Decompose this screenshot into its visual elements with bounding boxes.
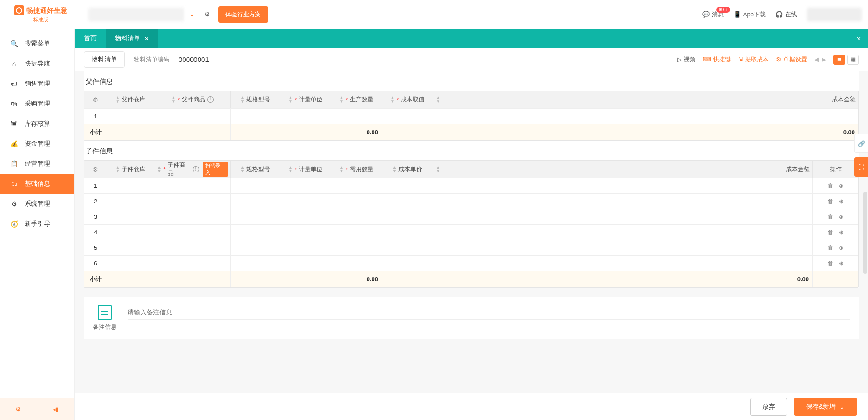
col-parent-unit[interactable]: ▲▼*计量单位: [280, 91, 331, 108]
col-parent-cost-mode[interactable]: ▲▼*成本取值: [382, 91, 433, 108]
sidebar-item-operations[interactable]: 📋经营管理: [0, 154, 74, 174]
doc-type-tab[interactable]: 物料清单: [84, 51, 125, 68]
cell-child-amount[interactable]: [433, 256, 813, 271]
collapse-sidebar-icon[interactable]: ◂▮: [52, 406, 59, 413]
child-row[interactable]: 1🗑⊕: [84, 178, 858, 193]
cell-child-warehouse[interactable]: [107, 225, 154, 240]
cell-child-amount[interactable]: [433, 178, 813, 193]
cell-child-qty[interactable]: [331, 240, 382, 255]
add-row-icon[interactable]: ⊕: [839, 198, 844, 205]
app-download-link[interactable]: 📱 App下载: [734, 10, 766, 19]
col-parent-warehouse[interactable]: ▲▼父件仓库: [107, 91, 154, 108]
cell-child-warehouse[interactable]: [107, 194, 154, 209]
cell-child-product[interactable]: [154, 256, 231, 271]
cell-child-warehouse[interactable]: [107, 240, 154, 255]
cell-child-amount[interactable]: [433, 209, 813, 224]
delete-row-icon[interactable]: 🗑: [827, 260, 833, 267]
cell-child-spec[interactable]: [231, 194, 280, 209]
add-row-icon[interactable]: ⊕: [839, 229, 844, 236]
cell-child-amount[interactable]: [433, 194, 813, 209]
close-all-tabs-icon[interactable]: ✕: [849, 29, 868, 48]
next-doc-icon[interactable]: ▶: [822, 56, 826, 63]
col-child-warehouse[interactable]: ▲▼子件仓库: [107, 161, 154, 178]
cell-child-spec[interactable]: [231, 225, 280, 240]
col-child-unit[interactable]: ▲▼*计量单位: [280, 161, 331, 178]
extract-cost-link[interactable]: ⇲提取成本: [738, 56, 769, 64]
sidebar-item-funds[interactable]: 💰资金管理: [0, 134, 74, 154]
chevron-down-icon[interactable]: ⌄: [189, 11, 194, 18]
parent-row[interactable]: 1: [84, 108, 858, 124]
cell-parent-amount[interactable]: [433, 109, 858, 124]
sidebar-item-guide[interactable]: 🧭新手引导: [0, 214, 74, 234]
cell-child-qty[interactable]: [331, 256, 382, 271]
col-parent-spec[interactable]: ▲▼规格型号: [231, 91, 280, 108]
col-parent-amount[interactable]: ▲▼成本金额: [433, 91, 858, 108]
sidebar-item-sales[interactable]: 🏷销售管理: [0, 74, 74, 94]
cell-child-unit[interactable]: [280, 256, 331, 271]
cell-child-unit[interactable]: [280, 240, 331, 255]
trial-industry-button[interactable]: 体验行业方案: [218, 6, 268, 23]
cell-child-qty[interactable]: [331, 178, 382, 193]
child-row[interactable]: 3🗑⊕: [84, 209, 858, 224]
cell-child-product[interactable]: [154, 178, 231, 193]
add-row-icon[interactable]: ⊕: [839, 260, 844, 267]
add-row-icon[interactable]: ⊕: [839, 244, 844, 251]
vertical-scrollbar[interactable]: [863, 192, 867, 274]
cell-parent-warehouse[interactable]: [107, 109, 154, 124]
cell-child-unit[interactable]: [280, 178, 331, 193]
cell-parent-spec[interactable]: [231, 109, 280, 124]
sidebar-item-inventory[interactable]: 🏛库存核算: [0, 114, 74, 134]
tab-home[interactable]: 首页: [75, 29, 106, 48]
cell-child-qty[interactable]: [331, 194, 382, 209]
cell-child-amount[interactable]: [433, 225, 813, 240]
cell-child-unit-cost[interactable]: [382, 225, 433, 240]
col-parent-qty[interactable]: ▲▼*生产数量: [331, 91, 382, 108]
sidebar-item-search-menu[interactable]: 🔍搜索菜单: [0, 34, 74, 54]
grid-settings-icon[interactable]: ⚙: [84, 161, 107, 178]
col-child-amount[interactable]: ▲▼成本金额: [433, 161, 813, 178]
delete-row-icon[interactable]: 🗑: [827, 229, 833, 236]
company-settings-icon[interactable]: ⚙: [204, 11, 210, 18]
info-icon[interactable]: !: [193, 166, 199, 172]
cell-child-qty[interactable]: [331, 209, 382, 224]
col-child-qty[interactable]: ▲▼*需用数量: [331, 161, 382, 178]
cell-child-unit-cost[interactable]: [382, 178, 433, 193]
remarks-input[interactable]: [128, 305, 850, 320]
expand-tab[interactable]: ⛶: [854, 157, 868, 177]
add-row-icon[interactable]: ⊕: [839, 182, 844, 189]
col-child-spec[interactable]: ▲▼规格型号: [231, 161, 280, 178]
list-view-button[interactable]: ≡: [833, 55, 845, 65]
cell-child-unit-cost[interactable]: [382, 209, 433, 224]
cell-parent-qty[interactable]: [331, 109, 382, 124]
sidebar-item-basic-info[interactable]: 🗂基础信息: [0, 174, 74, 194]
cell-child-unit-cost[interactable]: [382, 194, 433, 209]
attachment-tab[interactable]: 🔗: [854, 134, 868, 153]
cell-parent-cost-mode[interactable]: [382, 109, 433, 124]
cell-parent-unit[interactable]: [280, 109, 331, 124]
cell-child-product[interactable]: [154, 194, 231, 209]
cell-child-warehouse[interactable]: [107, 256, 154, 271]
cell-child-unit[interactable]: [280, 194, 331, 209]
add-row-icon[interactable]: ⊕: [839, 213, 844, 220]
child-row[interactable]: 2🗑⊕: [84, 193, 858, 209]
sidebar-item-system[interactable]: ⚙系统管理: [0, 194, 74, 214]
delete-row-icon[interactable]: 🗑: [827, 198, 833, 205]
card-view-button[interactable]: ▦: [847, 55, 859, 65]
cell-child-unit[interactable]: [280, 225, 331, 240]
messages-link[interactable]: 💬 消息 99 +: [702, 10, 724, 19]
cell-child-product[interactable]: [154, 240, 231, 255]
info-icon[interactable]: !: [207, 96, 214, 103]
child-row[interactable]: 6🗑⊕: [84, 255, 858, 271]
sidebar-item-quick-nav[interactable]: ⌂快捷导航: [0, 54, 74, 74]
shortcut-link[interactable]: ⌨快捷键: [703, 56, 731, 64]
delete-row-icon[interactable]: 🗑: [827, 182, 833, 189]
sidebar-item-purchase[interactable]: 🛍采购管理: [0, 94, 74, 114]
doc-settings-link[interactable]: ⚙单据设置: [776, 56, 807, 64]
cell-child-warehouse[interactable]: [107, 209, 154, 224]
save-and-new-button[interactable]: 保存&新增 ⌄: [794, 398, 857, 416]
settings-icon[interactable]: ⚙: [15, 406, 21, 413]
cell-child-product[interactable]: [154, 225, 231, 240]
grid-settings-icon[interactable]: ⚙: [84, 91, 107, 108]
cell-child-unit-cost[interactable]: [382, 256, 433, 271]
child-row[interactable]: 5🗑⊕: [84, 240, 858, 255]
